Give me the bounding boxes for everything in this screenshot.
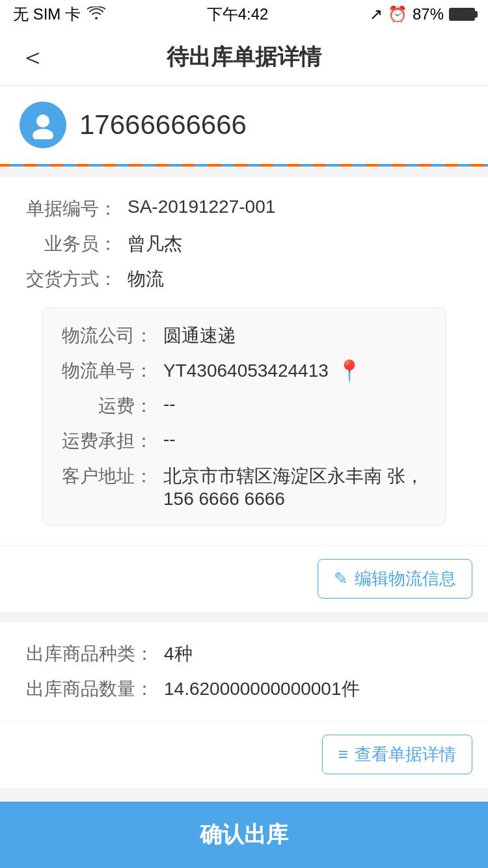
logistics-card: 物流公司： 圆通速递 物流单号： YT43064053424413 📍 运费： … — [42, 307, 446, 526]
section-divider — [0, 612, 488, 622]
logistics-company-row: 物流公司： 圆通速递 — [62, 323, 426, 348]
delivery-label: 交货方式： — [26, 267, 117, 292]
page-title: 待出库单据详情 — [167, 42, 321, 72]
customer-phone: 17666666666 — [79, 109, 247, 141]
logistics-company-label: 物流公司： — [62, 323, 153, 348]
edit-icon: ✎ — [334, 569, 348, 589]
battery-icon — [449, 8, 475, 21]
carrier-text: 无 SIM 卡 — [13, 4, 81, 25]
battery-percent: 87% — [413, 5, 444, 23]
goods-type-value: 4种 — [164, 642, 193, 666]
goods-quantity-label: 出库商品数量： — [26, 677, 154, 701]
person-icon — [29, 111, 57, 139]
freight-bearer-label: 运费承担： — [62, 429, 153, 454]
freight-row: 运费： -- — [62, 394, 426, 418]
location-status-icon: ↗ — [370, 5, 383, 23]
freight-value: -- — [163, 394, 426, 414]
svg-point-1 — [33, 129, 53, 139]
view-details-button[interactable]: ≡ 查看单据详情 — [322, 735, 472, 774]
edit-logistics-button[interactable]: ✎ 编辑物流信息 — [318, 559, 472, 599]
confirm-button-label: 确认出库 — [200, 822, 288, 847]
freight-label: 运费： — [62, 394, 153, 418]
logistics-tracking-row: 物流单号： YT43064053424413 📍 — [62, 359, 426, 383]
freight-bearer-value: -- — [163, 429, 426, 450]
goods-type-row: 出库商品种类： 4种 — [26, 642, 462, 666]
customer-header: 17666666666 — [0, 86, 488, 167]
salesman-row: 业务员： 曾凡杰 — [26, 232, 462, 256]
order-number-value: SA-20191227-001 — [128, 197, 462, 217]
edit-logistics-row: ✎ 编辑物流信息 — [0, 545, 488, 612]
view-details-row: ≡ 查看单据详情 — [0, 721, 488, 787]
freight-bearer-row: 运费承担： -- — [62, 429, 426, 454]
status-left: 无 SIM 卡 — [13, 4, 105, 25]
nav-bar: ＜ 待出库单据详情 — [0, 29, 488, 86]
salesman-value: 曾凡杰 — [128, 232, 462, 256]
status-bar: 无 SIM 卡 下午4:42 ↗ ⏰ 87% — [0, 0, 488, 29]
alarm-icon: ⏰ — [388, 5, 407, 23]
view-details-label: 查看单据详情 — [355, 743, 456, 766]
tracking-location-icon[interactable]: 📍 — [336, 359, 362, 383]
address-row: 客户地址： 北京市市辖区海淀区永丰南 张，156 6666 6666 — [62, 464, 426, 509]
logistics-tracking-label: 物流单号： — [62, 359, 153, 383]
view-details-icon: ≡ — [338, 744, 348, 765]
delivery-row: 交货方式： 物流 — [26, 267, 462, 292]
logistics-tracking-value: YT43064053424413 📍 — [163, 359, 426, 383]
svg-point-0 — [36, 115, 49, 128]
logistics-company-value: 圆通速递 — [163, 323, 426, 348]
goods-quantity-row: 出库商品数量： 14.620000000000001件 — [26, 677, 462, 701]
edit-logistics-label: 编辑物流信息 — [355, 567, 456, 590]
order-number-label: 单据编号： — [26, 197, 117, 221]
goods-type-label: 出库商品种类： — [26, 642, 154, 666]
time-display: 下午4:42 — [207, 4, 269, 25]
goods-quantity-value: 14.620000000000001件 — [164, 677, 360, 701]
wifi-icon — [87, 5, 105, 23]
address-label: 客户地址： — [62, 464, 153, 489]
delivery-value: 物流 — [128, 267, 462, 292]
status-right: ↗ ⏰ 87% — [370, 5, 475, 23]
avatar — [20, 102, 66, 148]
order-number-row: 单据编号： SA-20191227-001 — [26, 197, 462, 221]
confirm-button[interactable]: 确认出库 — [0, 802, 488, 868]
order-info-section: 单据编号： SA-20191227-001 业务员： 曾凡杰 交货方式： 物流 … — [0, 177, 488, 545]
salesman-label: 业务员： — [26, 232, 117, 256]
address-value: 北京市市辖区海淀区永丰南 张，156 6666 6666 — [163, 464, 426, 509]
goods-section: 出库商品种类： 4种 出库商品数量： 14.620000000000001件 — [0, 622, 488, 721]
back-button[interactable]: ＜ — [13, 33, 52, 81]
